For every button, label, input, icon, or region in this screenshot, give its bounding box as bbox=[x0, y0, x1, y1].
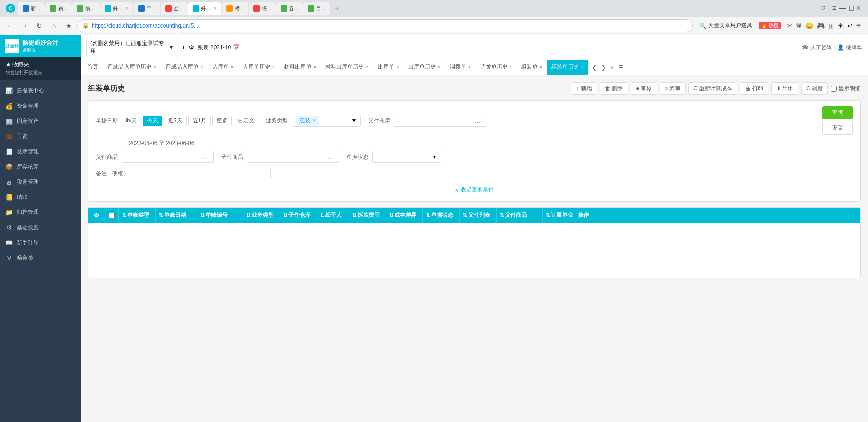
period-selector[interactable]: 账期 2021-10 📅 bbox=[198, 44, 240, 52]
sidebar-item-reports[interactable]: 📊 云报表中心 bbox=[0, 83, 81, 98]
tab-close-material-out-history[interactable]: × bbox=[366, 64, 369, 69]
table-col-settings[interactable]: ⚙ bbox=[88, 208, 105, 222]
table-col-disassemble[interactable]: ⇅ 拆装费用 bbox=[349, 208, 386, 223]
sidebar-item-payroll[interactable]: 💼 工资 bbox=[0, 129, 81, 144]
help-center-button[interactable]: ☎ 人工咨询 bbox=[802, 44, 833, 52]
company-selector[interactable]: (勿删勿禁用）江西服宝测试专用 ▼ bbox=[86, 38, 178, 57]
export-button[interactable]: ⬆ 导出 bbox=[771, 82, 798, 95]
home-button[interactable]: ⌂ bbox=[48, 20, 60, 32]
bookmark-button[interactable]: ★ bbox=[63, 20, 75, 32]
tab-close-assembly-history[interactable]: × bbox=[581, 64, 584, 69]
tab-stock-in[interactable]: 入库单 × bbox=[208, 60, 238, 75]
recalc-cost-button[interactable]: C 重新计算成本 bbox=[688, 82, 737, 95]
query-button[interactable]: 查询 bbox=[822, 106, 853, 119]
tab-assembly-history[interactable]: 组装单历史 × bbox=[547, 60, 588, 75]
tab-close-finished-goods-in-history[interactable]: × bbox=[153, 64, 156, 69]
browser-tab-8[interactable]: 腾... bbox=[222, 2, 248, 15]
parent-goods-input[interactable]: ... bbox=[122, 151, 214, 163]
date-7days-button[interactable]: 近7天 bbox=[164, 116, 187, 126]
table-col-costdiff[interactable]: ⇅ 成本差异 bbox=[386, 208, 423, 223]
translate-button[interactable]: 译 bbox=[796, 22, 802, 29]
search-bar[interactable]: 🔍 大量安卓用户逃离 bbox=[696, 22, 756, 29]
date-more-button[interactable]: 更多 bbox=[212, 116, 232, 126]
sidebar-item-guide[interactable]: 📖 新手引导 bbox=[0, 235, 81, 250]
parent-goods-more-button[interactable]: ... bbox=[200, 153, 210, 161]
show-detail-toggle[interactable]: 显示明细 bbox=[831, 85, 861, 92]
browser-tab-1[interactable]: 新... bbox=[18, 2, 45, 15]
tab-close-finished-goods-in[interactable]: × bbox=[200, 64, 203, 69]
table-col-date[interactable]: ⇅ 单账日期 bbox=[156, 208, 197, 223]
table-col-no[interactable]: ⇅ 单账编号 bbox=[197, 208, 243, 223]
date-today-button[interactable]: 今天 bbox=[143, 116, 162, 126]
doc-status-select[interactable]: ▼ bbox=[372, 151, 441, 163]
date-1month-button[interactable]: 近1月 bbox=[188, 116, 211, 126]
parent-warehouse-input[interactable]: ... bbox=[394, 115, 486, 127]
tab-close-transfer[interactable]: × bbox=[468, 64, 471, 69]
tab-home[interactable]: 首页 bbox=[82, 60, 103, 75]
table-select-all-checkbox[interactable] bbox=[109, 212, 115, 219]
window-maximize-button[interactable]: □ bbox=[849, 4, 854, 12]
show-detail-checkbox[interactable] bbox=[831, 86, 837, 92]
tab-finished-goods-in[interactable]: 产成品入库单 × bbox=[161, 60, 208, 75]
tab-stock-in-history[interactable]: 入库单历史 × bbox=[238, 60, 280, 75]
sidebar-item-vip[interactable]: V 畅会员 bbox=[0, 250, 81, 266]
child-goods-input[interactable]: ... bbox=[247, 151, 339, 163]
child-goods-more-button[interactable]: ... bbox=[326, 153, 335, 161]
collapse-conditions-button[interactable]: ∧ 收起更多条件 bbox=[96, 184, 853, 196]
sidebar-item-close-accounts[interactable]: 📒 结账 bbox=[0, 190, 81, 205]
menu-button[interactable]: ≡ bbox=[856, 22, 861, 30]
sidebar-item-archive[interactable]: 📁 归档管理 bbox=[0, 205, 81, 220]
back-button[interactable]: ← bbox=[4, 20, 16, 32]
tab-assembly[interactable]: 组装单 × bbox=[516, 60, 547, 75]
header-settings-button[interactable]: ⚙ bbox=[189, 44, 194, 51]
audit-button[interactable]: ● 审核 bbox=[631, 82, 657, 95]
sidebar-item-inventory[interactable]: 📦 库存核算 bbox=[0, 159, 81, 174]
address-bar[interactable]: 🔒 https://cloud.chanjet.com/accounting/u… bbox=[77, 19, 693, 32]
tab-close-7[interactable]: × bbox=[214, 6, 217, 11]
undo-button[interactable]: ↩ bbox=[847, 22, 853, 29]
tab-material-out[interactable]: 材料出库单 × bbox=[279, 60, 321, 75]
sidebar-item-invoice[interactable]: 🧾 发票管理 bbox=[0, 144, 81, 159]
table-col-biztype[interactable]: ⇅ 业务类型 bbox=[243, 208, 280, 223]
date-yesterday-button[interactable]: 昨天 bbox=[122, 116, 141, 126]
table-col-subwh[interactable]: ⇅ 子件仓库 bbox=[280, 208, 317, 223]
print-button[interactable]: 🖨 打印 bbox=[740, 82, 768, 95]
tab-close-transfer-history[interactable]: × bbox=[510, 64, 512, 69]
window-close-button[interactable]: × bbox=[856, 4, 861, 12]
emoji-button[interactable]: 😊 bbox=[805, 22, 813, 29]
refresh-page-button[interactable]: C 刷新 bbox=[801, 82, 828, 95]
tab-stock-out-history[interactable]: 出库单历史 × bbox=[404, 60, 445, 75]
sidebar-bookmark[interactable]: ★ 收藏夹 快捷键打开收藏夹 bbox=[0, 57, 81, 80]
browser-tab-5[interactable]: 个... bbox=[134, 2, 160, 15]
biz-type-tag-close[interactable]: × bbox=[312, 117, 316, 124]
new-record-button[interactable]: + 新增 bbox=[571, 82, 597, 95]
tab-close-stock-in-history[interactable]: × bbox=[272, 64, 275, 69]
tab-close-assembly[interactable]: × bbox=[540, 64, 542, 69]
biz-type-select[interactable]: 组装 × ▼ bbox=[292, 115, 361, 127]
sidebar-item-tax[interactable]: 🖨 税务管理 bbox=[0, 174, 81, 190]
sidebar-item-basic-settings[interactable]: ⚙ 基础设置 bbox=[0, 220, 81, 235]
parent-warehouse-more-button[interactable]: ... bbox=[473, 117, 482, 124]
table-col-parentlist[interactable]: ⇅ 父件列表 bbox=[460, 208, 497, 223]
tab-close-4[interactable]: × bbox=[126, 6, 129, 11]
tab-list-icon[interactable]: ≡ bbox=[832, 4, 836, 12]
user-avatar[interactable]: 👤 徐泽华 bbox=[837, 44, 862, 52]
browser-tab-3[interactable]: 易... bbox=[72, 2, 99, 15]
tab-finished-goods-in-history[interactable]: 产成品入库单历史 × bbox=[103, 60, 161, 75]
tab-close-stock-out[interactable]: × bbox=[396, 64, 399, 69]
header-add-button[interactable]: + bbox=[182, 44, 185, 51]
abandon-audit-button[interactable]: ○ 弃审 bbox=[660, 82, 686, 95]
date-custom-button[interactable]: 自定义 bbox=[234, 116, 258, 126]
tabs-more[interactable]: ☰ bbox=[616, 64, 625, 72]
game-button[interactable]: 🎮 bbox=[817, 22, 825, 29]
tab-transfer-history[interactable]: 调拨单历史 × bbox=[475, 60, 517, 75]
tab-stock-out[interactable]: 出库单 × bbox=[373, 60, 404, 75]
window-minimize-button[interactable]: — bbox=[839, 4, 846, 12]
tab-transfer[interactable]: 调拨单 × bbox=[445, 60, 475, 75]
new-tab-button[interactable]: + bbox=[331, 2, 344, 15]
browser-tab-7[interactable]: 好... × bbox=[188, 2, 221, 15]
refresh-browser-button[interactable]: ↻ bbox=[33, 20, 45, 32]
table-col-type[interactable]: ⇅ 单账类型 bbox=[119, 208, 156, 223]
browser-tab-9[interactable]: 畅... bbox=[249, 2, 276, 15]
table-col-status[interactable]: ⇅ 单据状态 bbox=[423, 208, 460, 223]
